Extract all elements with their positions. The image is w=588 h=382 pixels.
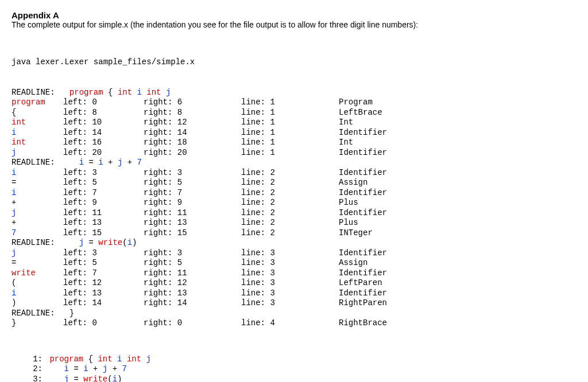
token-line: line: 2 bbox=[241, 218, 339, 228]
token-type: Assign bbox=[339, 178, 368, 188]
token-type: Int bbox=[339, 138, 353, 148]
token-left: left: 20 bbox=[63, 148, 144, 158]
token-right: right: 14 bbox=[144, 298, 241, 309]
token-right: right: 11 bbox=[144, 268, 241, 279]
token-text: int bbox=[11, 138, 63, 148]
token-right: right: 0 bbox=[144, 318, 241, 329]
token-row: +left: 9right: 9line: 2Plus bbox=[11, 198, 577, 208]
token-row: ileft: 14right: 14line: 1Identifier bbox=[11, 128, 577, 138]
token-type: Program bbox=[339, 98, 373, 108]
token-row: jleft: 11right: 11line: 2Identifier bbox=[11, 208, 577, 219]
token-right: right: 6 bbox=[144, 98, 241, 108]
token-left: left: 12 bbox=[63, 278, 144, 289]
token-row: jleft: 3right: 3line: 3Identifier bbox=[11, 248, 577, 259]
token-row: (left: 12right: 12line: 3LeftParen bbox=[11, 278, 577, 289]
readline: READLINE: j = write(i) bbox=[11, 238, 577, 248]
source-line: 3: j = write(i) bbox=[23, 375, 577, 383]
token-line: line: 1 bbox=[241, 138, 339, 148]
token-right: right: 9 bbox=[144, 198, 241, 208]
source-line: 1: program { int i int j bbox=[23, 354, 577, 365]
token-text: i bbox=[11, 128, 63, 138]
token-row: intleft: 16right: 18line: 1Int bbox=[11, 138, 577, 148]
token-line: line: 3 bbox=[241, 248, 339, 259]
token-row: jleft: 20right: 20line: 1Identifier bbox=[11, 148, 577, 158]
token-text: j bbox=[11, 208, 63, 219]
token-text: j bbox=[11, 248, 63, 259]
token-text: 7 bbox=[11, 228, 63, 239]
token-left: left: 9 bbox=[63, 198, 144, 208]
token-type: Plus bbox=[339, 198, 358, 208]
token-left: left: 8 bbox=[63, 108, 144, 118]
token-text: j bbox=[11, 148, 63, 158]
token-row: ileft: 7right: 7line: 2Identifier bbox=[11, 188, 577, 198]
token-type: Identifier bbox=[339, 268, 387, 279]
appendix-subtitle: The complete output for simple.x (the in… bbox=[11, 20, 577, 29]
token-text: i bbox=[11, 168, 63, 178]
token-left: left: 5 bbox=[63, 178, 144, 188]
token-row: intleft: 10right: 12line: 1Int bbox=[11, 118, 577, 128]
token-text: i bbox=[11, 289, 63, 299]
token-line: line: 1 bbox=[241, 98, 339, 108]
token-row: ileft: 13right: 13line: 3Identifier bbox=[11, 289, 577, 299]
token-left: left: 16 bbox=[63, 138, 144, 148]
token-line: line: 1 bbox=[241, 118, 339, 128]
token-text: ) bbox=[11, 298, 63, 309]
token-right: right: 5 bbox=[144, 258, 241, 268]
token-right: right: 15 bbox=[144, 228, 241, 239]
source-line-code: program { int i int j bbox=[42, 354, 151, 365]
token-type: Identifier bbox=[339, 289, 387, 299]
readline: READLINE: program { int i int j bbox=[11, 88, 577, 98]
token-left: left: 14 bbox=[63, 298, 144, 309]
token-line: line: 1 bbox=[241, 108, 339, 118]
token-text: i bbox=[11, 188, 63, 198]
token-line: line: 2 bbox=[241, 178, 339, 188]
token-type: LeftBrace bbox=[339, 108, 382, 118]
token-type: Identifier bbox=[339, 128, 387, 138]
token-right: right: 14 bbox=[144, 128, 241, 138]
token-type: INTeger bbox=[339, 228, 373, 239]
token-text: } bbox=[11, 318, 63, 329]
lexer-output: java lexer.Lexer sample_files/simple.x R… bbox=[11, 37, 577, 382]
token-text: { bbox=[11, 108, 63, 118]
token-text: int bbox=[11, 118, 63, 128]
token-left: left: 3 bbox=[63, 248, 144, 259]
token-text: + bbox=[11, 198, 63, 208]
token-line: line: 2 bbox=[241, 228, 339, 239]
source-line-code: i = i + j + 7 bbox=[42, 364, 127, 375]
token-line: line: 2 bbox=[241, 188, 339, 198]
token-type: RightBrace bbox=[339, 318, 387, 329]
token-right: right: 12 bbox=[144, 278, 241, 289]
token-line: line: 3 bbox=[241, 289, 339, 299]
readline: READLINE: i = i + j + 7 bbox=[11, 158, 577, 168]
token-left: left: 15 bbox=[63, 228, 144, 239]
token-right: right: 20 bbox=[144, 148, 241, 158]
token-line: line: 3 bbox=[241, 278, 339, 289]
token-right: right: 18 bbox=[144, 138, 241, 148]
source-line-code: j = write(i) bbox=[42, 375, 122, 383]
token-row: ileft: 3right: 3line: 2Identifier bbox=[11, 168, 577, 178]
token-left: left: 10 bbox=[63, 118, 144, 128]
token-type: Identifier bbox=[339, 188, 387, 198]
readline: READLINE: } bbox=[11, 309, 577, 319]
token-text: ( bbox=[11, 278, 63, 289]
token-row: {left: 8right: 8line: 1LeftBrace bbox=[11, 108, 577, 118]
token-right: right: 12 bbox=[144, 118, 241, 128]
token-row: =left: 5right: 5line: 3Assign bbox=[11, 258, 577, 268]
token-row: writeleft: 7right: 11line: 3Identifier bbox=[11, 268, 577, 279]
token-line: line: 1 bbox=[241, 148, 339, 158]
token-text: program bbox=[11, 98, 63, 108]
token-line: line: 2 bbox=[241, 208, 339, 219]
token-left: left: 7 bbox=[63, 268, 144, 279]
token-row: }left: 0right: 0line: 4RightBrace bbox=[11, 318, 577, 329]
token-type: Identifier bbox=[339, 148, 387, 158]
token-row: +left: 13right: 13line: 2Plus bbox=[11, 218, 577, 228]
token-right: right: 5 bbox=[144, 178, 241, 188]
token-type: Identifier bbox=[339, 168, 387, 178]
token-left: left: 3 bbox=[63, 168, 144, 178]
token-left: left: 13 bbox=[63, 289, 144, 299]
token-left: left: 11 bbox=[63, 208, 144, 219]
token-left: left: 0 bbox=[63, 98, 144, 108]
token-row: )left: 14right: 14line: 3RightParen bbox=[11, 298, 577, 309]
appendix-title: Appendix A bbox=[11, 10, 577, 20]
token-row: 7left: 15right: 15line: 2INTeger bbox=[11, 228, 577, 239]
